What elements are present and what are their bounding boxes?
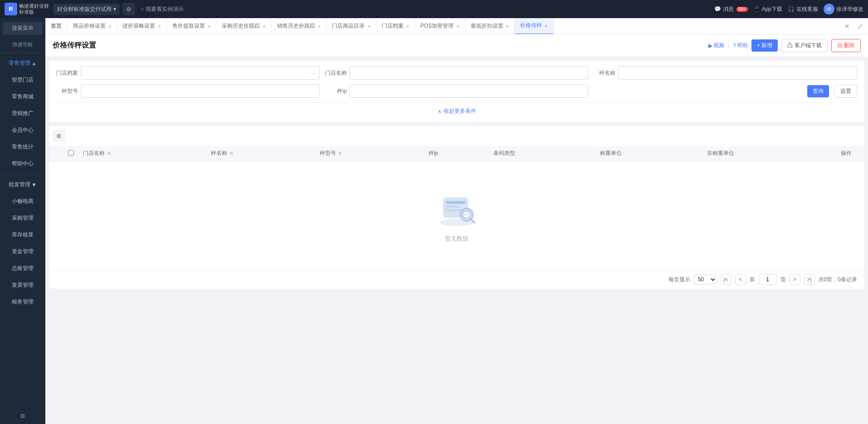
per-page-select[interactable]: 50 20 100: [694, 275, 717, 284]
add-button[interactable]: + 新增: [751, 39, 778, 52]
store-file-input[interactable]: [81, 66, 320, 80]
tab-sale-price[interactable]: 售价提取设置 ×: [167, 18, 216, 34]
sidebar-item-purchase-mgmt[interactable]: 采购管理: [0, 210, 45, 226]
sidebar-item-invoice-mgmt[interactable]: 发票管理: [0, 277, 45, 294]
tab-store-catalog[interactable]: 门店商品目录 ×: [327, 18, 376, 34]
user-item[interactable]: 徐 徐泽华修改: [824, 4, 863, 14]
page-number-input[interactable]: [759, 274, 777, 285]
tab-store-file[interactable]: 门店档案 ×: [376, 18, 415, 34]
demo-link[interactable]: ○ 我要看实例演示: [141, 5, 184, 13]
tab-home[interactable]: 首页: [45, 18, 68, 34]
table-column-settings-button[interactable]: ⚙: [53, 130, 65, 142]
play-icon: ○: [141, 6, 144, 12]
collapse-button[interactable]: ∧ 收起更多条件: [434, 106, 480, 117]
svg-rect-2: [446, 201, 465, 204]
scale-model-input[interactable]: [81, 84, 320, 98]
last-page-button[interactable]: >|: [804, 274, 815, 285]
sort-store-name-icon[interactable]: ⇅: [107, 151, 111, 156]
sidebar-item-member[interactable]: 会员中心: [0, 122, 45, 139]
prev-page-button[interactable]: <: [735, 274, 746, 285]
store-name-input[interactable]: [350, 66, 589, 80]
sidebar-search-area: 搜索菜单: [0, 18, 45, 39]
chevron-down-icon: ▼: [31, 182, 37, 188]
sidebar-settings-button[interactable]: ⚙: [0, 408, 45, 424]
sidebar: 搜索菜单 快捷导航 零售管理 ▲ 智慧门店 零售商城 营销推广 会员中心 零售统…: [0, 18, 45, 424]
sidebar-item-retail-mall[interactable]: 零售商城: [0, 88, 45, 105]
sidebar-item-marketing[interactable]: 营销推广: [0, 105, 45, 122]
per-page-label: 每页显示: [668, 276, 690, 284]
logo-icon: 财: [5, 3, 17, 15]
svg-rect-4: [446, 209, 462, 211]
first-page-button[interactable]: |<: [721, 274, 731, 285]
video-icon: ▶: [708, 43, 712, 49]
tab-purchase-history[interactable]: 采购历史价跟踪 ×: [216, 18, 271, 34]
th-settings: [49, 146, 63, 161]
search-menu-button[interactable]: 搜索菜单: [3, 22, 43, 35]
sidebar-item-label: 零售管理: [9, 59, 30, 67]
sidebar-item-retail-mgmt[interactable]: 零售管理 ▲: [0, 55, 45, 72]
video-link[interactable]: ▶ 视频: [708, 42, 724, 49]
tab-close-advance-strategy[interactable]: ×: [158, 24, 161, 29]
tab-close-pos-mgmt[interactable]: ×: [456, 24, 459, 29]
sidebar-item-label: 零售统计: [12, 143, 34, 151]
tab-close-store-file[interactable]: ×: [406, 24, 409, 29]
app-download-item[interactable]: 📱 App下载: [753, 5, 782, 13]
sidebar-nav-label[interactable]: 快捷导航: [0, 39, 45, 51]
tab-close-min-discount[interactable]: ×: [506, 24, 509, 29]
next-page-button[interactable]: >: [790, 274, 800, 285]
online-service-item[interactable]: 🎧 在线客服: [788, 5, 818, 13]
table-header: 门店名称 ⇅ 秤名称 ⇅ 秤型号 ⇅ 秤ip: [49, 146, 864, 161]
store-name-field: 门店名称: [325, 66, 589, 80]
sort-scale-name-icon[interactable]: ⇅: [229, 151, 233, 156]
sidebar-item-help-center[interactable]: 帮助中心: [0, 155, 45, 172]
tab-expand-button[interactable]: ⤢: [854, 21, 865, 32]
sidebar-item-tax-mgmt[interactable]: 税务管理: [0, 294, 45, 310]
help-link[interactable]: ? 帮助: [733, 42, 748, 49]
store-name-label: 门店名称: [325, 69, 347, 77]
th-scale-model: 秤型号 ⇅: [315, 146, 424, 161]
client-download-button[interactable]: 凸 客户端下载: [781, 39, 827, 52]
sidebar-item-general-ledger[interactable]: 总账管理: [0, 260, 45, 277]
sidebar-item-label: 营销推广: [12, 110, 34, 117]
content-area: 首页 商品价格设置 × 进价策略设置 × 售价提取设置 × 采购历史价跟踪 × …: [45, 18, 868, 424]
sort-scale-model-icon[interactable]: ⇅: [338, 151, 342, 156]
query-button[interactable]: 查询: [807, 85, 829, 97]
th-checkbox: [63, 146, 78, 161]
sidebar-item-xiaochangec[interactable]: 小畅电商: [0, 193, 45, 210]
version-selector[interactable]: 好业财标准版交付试用 ▾: [54, 4, 120, 15]
settings-query-button[interactable]: 设置: [834, 85, 857, 98]
sidebar-item-retail-stats[interactable]: 零售统计: [0, 139, 45, 155]
tab-close-purchase-history[interactable]: ×: [263, 24, 265, 29]
tab-min-discount[interactable]: 最低折扣设置 ×: [465, 18, 515, 34]
tab-close-store-catalog[interactable]: ×: [367, 24, 370, 29]
ellipsis-icon[interactable]: ···: [311, 70, 316, 77]
delete-button[interactable]: 自 删除: [831, 39, 861, 52]
tab-close-price-settings[interactable]: ×: [108, 24, 111, 29]
sidebar-item-finance[interactable]: 资金管理: [0, 243, 45, 260]
sidebar-item-wholesale-mgmt[interactable]: 批发管理 ▼: [0, 176, 45, 193]
tab-pos-mgmt[interactable]: POS加密管理 ×: [415, 18, 465, 34]
empty-state: 暂无数据: [49, 161, 864, 270]
tab-close-sales-history[interactable]: ×: [318, 24, 321, 29]
sidebar-item-label: 零售商城: [12, 93, 34, 101]
scale-ip-input[interactable]: [350, 84, 589, 98]
tab-price-settings[interactable]: 商品价格设置 ×: [68, 18, 117, 34]
message-item[interactable]: 💬 消息 99+: [714, 5, 748, 13]
sidebar-item-smart-store[interactable]: 智慧门店: [0, 72, 45, 88]
tab-close-all-button[interactable]: ✕: [842, 21, 853, 32]
sidebar-item-inventory[interactable]: 库存核算: [0, 226, 45, 243]
th-weight-unit: 称重单位: [595, 146, 702, 161]
tab-advance-strategy[interactable]: 进价策略设置 ×: [117, 18, 166, 34]
chevron-down-icon: ▾: [113, 6, 116, 12]
tab-close-price-scale[interactable]: ×: [545, 23, 547, 29]
tab-close-sale-price[interactable]: ×: [208, 24, 210, 29]
scale-name-input[interactable]: [618, 66, 857, 80]
version-settings-button[interactable]: ⚙: [122, 3, 135, 15]
tab-price-scale[interactable]: 价格传秤 ×: [515, 18, 553, 34]
tab-sales-history[interactable]: 销售历史价跟踪 ×: [272, 18, 327, 34]
select-all-checkbox[interactable]: [68, 150, 74, 156]
form-row-2: 秤型号 秤ip 查询 设置: [56, 84, 857, 98]
sidebar-item-label: 发票管理: [12, 281, 34, 289]
logo-text: 畅捷通好业财 标准版: [19, 3, 49, 15]
th-operation: 操作: [828, 146, 864, 161]
